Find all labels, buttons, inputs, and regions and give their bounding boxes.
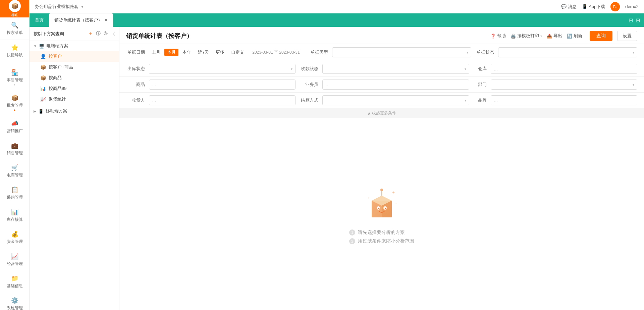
date-range: 2023-03-01 至 2023-03-31 <box>252 50 300 55</box>
sidebar-item-retail[interactable]: 🏪 零售管理 ▼ <box>0 65 29 90</box>
collapse-bar[interactable]: ∧ 收起更多条件 <box>119 108 644 118</box>
collapse-scheme-button[interactable]: 《 <box>111 31 115 37</box>
scheme-panel-actions: ＋ 《 <box>88 30 115 37</box>
sidebar-item-system[interactable]: ⚙️ 系统管理 <box>0 293 29 310</box>
payment-caret: ▾ <box>465 67 466 71</box>
sidebar-item-shortcuts[interactable]: ⭐ 快捷导航 <box>0 40 29 62</box>
ecommerce-icon: 🛒 <box>11 164 18 171</box>
tab-sales-stats[interactable]: 销货单统计表（按客户） ✕ <box>49 13 113 27</box>
query-button[interactable]: 查询 <box>590 31 612 41</box>
message-button[interactable]: 💬 消息 <box>561 4 577 10</box>
settings-button[interactable]: 设置 <box>617 31 637 41</box>
sidebar-item-marketing[interactable]: 📣 营销推广 <box>0 116 29 138</box>
scheme-category-desktop[interactable]: ▼ 🖥️ 电脑端方案 <box>30 41 119 51</box>
empty-hints: 1 请先选择要分析的方案 2 用过滤条件来缩小分析范围 <box>349 229 414 244</box>
avatar[interactable]: Ea <box>610 2 620 11</box>
goods-input[interactable]: … <box>149 80 296 90</box>
date-btn-current-month[interactable]: 本月 <box>164 49 178 56</box>
print-button[interactable]: 🖨️ 按模板打印 ▾ <box>511 33 542 39</box>
settings-scheme-button[interactable] <box>103 31 108 37</box>
maximize-button[interactable]: ⊞ <box>636 17 640 23</box>
brand-input[interactable]: … <box>491 95 637 105</box>
help-button[interactable]: ❓ 帮助 <box>490 33 506 39</box>
export-button[interactable]: 📤 导出 <box>547 33 562 39</box>
username[interactable]: demo2 <box>625 4 639 9</box>
minimize-button[interactable]: ⊟ <box>629 17 633 23</box>
receiver-input[interactable]: … <box>149 95 296 105</box>
scheme-item-by-goods[interactable]: 📦 按商品 <box>30 72 119 83</box>
shipment-dropdown[interactable]: ▾ <box>149 64 296 74</box>
scheme-item-customer-goods[interactable]: 📦 按客户+商品 <box>30 62 119 72</box>
sidebar-item-ecommerce[interactable]: 🛒 电商管理 <box>0 160 29 182</box>
sidebar-basic-label: 基础信息 <box>7 283 23 289</box>
scheme-category-desktop-label: 电脑端方案 <box>46 43 68 49</box>
selector-arrow[interactable]: ▾ <box>81 4 84 9</box>
retail-arrow: ▼ <box>13 83 16 86</box>
sidebar-marketing-label: 营销推广 <box>7 128 23 134</box>
scheme-item-goods-99[interactable]: 📊 按商品99 <box>30 83 119 94</box>
date-btn-7days[interactable]: 近7天 <box>195 49 212 56</box>
header-right: 💬 消息 📱 App下载 Ea demo2 <box>561 2 639 11</box>
sidebar-item-wholesale[interactable]: 📦 批发管理 ▲ <box>0 90 29 116</box>
filter-row-1: 单据日期 上月 本月 本年 近7天 更多 自定义 2023-03-01 至 20… <box>119 44 644 61</box>
type-dropdown[interactable]: ▾ <box>332 47 471 57</box>
edit-scheme-button[interactable] <box>96 31 101 37</box>
filter-row-3: 商品 … 业务员 … 部门 ▾ <box>119 77 644 93</box>
refresh-label: 刷新 <box>574 33 582 39</box>
return-stats-icon: 📈 <box>40 97 46 102</box>
refresh-button[interactable]: 🔄 刷新 <box>567 33 582 39</box>
sidebar-item-operation[interactable]: 📈 经营管理 <box>0 249 29 271</box>
app-download-button[interactable]: 📱 App下载 <box>582 4 605 10</box>
type-caret: ▾ <box>467 51 468 54</box>
shipment-label: 出库状态 <box>126 66 145 72</box>
sidebar-sales-label: 销售管理 <box>7 150 23 156</box>
avatar-initials: Ea <box>613 5 618 9</box>
receiver-placeholder: … <box>152 98 292 103</box>
warehouse-placeholder: … <box>494 66 634 71</box>
date-btn-last-month[interactable]: 上月 <box>149 49 163 56</box>
warehouse-input[interactable]: … <box>491 64 637 74</box>
scheme-item-return-stats[interactable]: 📈 退货统计 <box>30 94 119 105</box>
sidebar-item-purchase[interactable]: 📋 采购管理 <box>0 182 29 204</box>
tab-home[interactable]: 首页 <box>30 13 49 27</box>
header-left: 办公用品行业模拟账套 ▾ <box>35 4 84 10</box>
svg-point-13 <box>380 189 383 191</box>
date-btn-custom[interactable]: 自定义 <box>228 49 247 56</box>
date-btn-year[interactable]: 本年 <box>180 49 194 56</box>
department-dropdown[interactable]: ▾ <box>491 80 637 90</box>
svg-rect-1 <box>98 32 99 33</box>
goods-99-icon: 📊 <box>40 86 46 91</box>
settlement-dropdown[interactable]: ▾ <box>322 95 469 105</box>
status-dropdown[interactable]: ▾ <box>498 47 637 57</box>
settlement-label: 结算方式 <box>300 97 318 103</box>
date-btn-more[interactable]: 更多 <box>213 49 227 56</box>
sidebar-item-sales[interactable]: 💼 销售管理 <box>0 138 29 160</box>
hint-text-2: 用过滤条件来缩小分析范围 <box>358 238 414 244</box>
print-label: 按模板打印 <box>517 33 539 39</box>
scheme-item-by-customer[interactable]: 👤 按客户 <box>30 51 119 62</box>
sidebar-item-search[interactable]: 🔍 搜索菜单 <box>0 17 29 40</box>
payment-dropdown[interactable]: ▾ <box>322 64 469 74</box>
salesperson-placeholder: … <box>325 82 466 87</box>
sidebar-item-basic[interactable]: 📁 基础信息 <box>0 271 29 293</box>
empty-state: ✦ ✦ ✦ 1 请先选择要分析的方案 2 用过滤条件来缩小分析范围 <box>119 118 644 310</box>
purchase-icon: 📋 <box>11 186 18 194</box>
salesperson-input[interactable]: … <box>322 80 469 90</box>
receiver-label: 收货人 <box>126 97 145 103</box>
sidebar-purchase-label: 采购管理 <box>7 195 23 200</box>
refresh-icon: 🔄 <box>567 34 572 39</box>
svg-text:✦: ✦ <box>392 190 395 195</box>
print-arrow: ▾ <box>540 34 542 38</box>
add-scheme-button[interactable]: ＋ <box>88 30 93 37</box>
sidebar-item-finance[interactable]: 💰 资金管理 <box>0 226 29 249</box>
scheme-category-mobile[interactable]: ▶ 📱 移动端方案 <box>30 106 119 116</box>
collapse-arrow-up: ∧ <box>368 111 371 116</box>
sidebar-ecommerce-label: 电商管理 <box>7 172 23 178</box>
basic-icon: 📁 <box>11 275 18 282</box>
by-customer-icon: 👤 <box>40 54 46 59</box>
hint-item-1: 1 请先选择要分析的方案 <box>349 229 414 236</box>
help-label: 帮助 <box>497 33 506 39</box>
sidebar-item-inventory[interactable]: 📊 库存核算 <box>0 204 29 226</box>
tab-close-icon[interactable]: ✕ <box>104 18 108 22</box>
filter-row-4: 收货人 … 结算方式 ▾ 品牌 … <box>119 93 644 108</box>
